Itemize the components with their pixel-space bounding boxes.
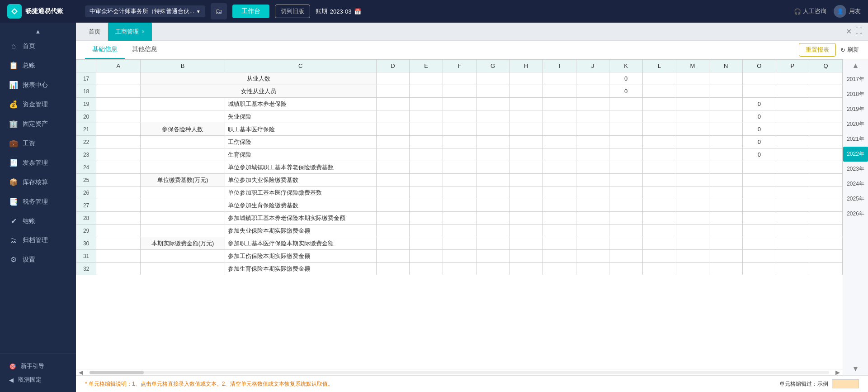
cell-27-A[interactable]: [96, 199, 141, 212]
year-item-2024[interactable]: 2024年: [843, 177, 868, 191]
cell-30-M[interactable]: [676, 237, 709, 250]
cell-17-M[interactable]: [676, 72, 709, 85]
cell-20-M[interactable]: [676, 110, 709, 123]
cell-18-H[interactable]: [509, 85, 543, 98]
cell-25-G[interactable]: [476, 174, 509, 186]
sidebar-item-payroll[interactable]: 💼 工资: [0, 134, 76, 153]
sidebar-scroll-up[interactable]: ▲: [0, 26, 76, 37]
cell-30-Q[interactable]: [809, 237, 843, 250]
cell-31-C[interactable]: 参加工伤保险本期实际缴费金额: [225, 250, 376, 263]
cell-21-J[interactable]: [576, 123, 609, 136]
cell-32-A[interactable]: [96, 263, 141, 275]
cell-19-I[interactable]: [543, 98, 576, 110]
cell-24-A[interactable]: [96, 161, 141, 174]
cell-28-E[interactable]: [410, 212, 443, 225]
cell-32-N[interactable]: [709, 263, 743, 275]
cell-32-H[interactable]: [509, 263, 543, 275]
cell-24-D[interactable]: [376, 161, 410, 174]
cell-29-A[interactable]: [96, 225, 141, 237]
cell-22-A[interactable]: [96, 136, 141, 148]
cell-19-K[interactable]: [609, 98, 643, 110]
cell-18-E[interactable]: [410, 85, 443, 98]
cell-21-E[interactable]: [410, 123, 443, 136]
cell-31-J[interactable]: [576, 250, 609, 263]
workbench-button[interactable]: 工作台: [232, 5, 269, 18]
cell-29-G[interactable]: [476, 225, 509, 237]
cell-21-H[interactable]: [509, 123, 543, 136]
cell-22-P[interactable]: [776, 136, 809, 148]
cell-20-K[interactable]: [609, 110, 643, 123]
refresh-button[interactable]: ↻ 刷新: [840, 46, 859, 54]
switch-version-button[interactable]: 切到旧版: [275, 5, 310, 18]
cell-17-B[interactable]: 从业人数: [141, 72, 376, 85]
cell-27-C[interactable]: 单位参加生育保险缴费基数: [225, 199, 376, 212]
cell-26-K[interactable]: [609, 186, 643, 199]
cell-27-D[interactable]: [376, 199, 410, 212]
cell-21-I[interactable]: [543, 123, 576, 136]
cell-20-J[interactable]: [576, 110, 609, 123]
cell-32-C[interactable]: 参加生育保险本期实际缴费金额: [225, 263, 376, 275]
cell-18-P[interactable]: [776, 85, 809, 98]
cell-29-C[interactable]: 参加失业保险本期实际缴费金额: [225, 225, 376, 237]
cell-32-Q[interactable]: [809, 263, 843, 275]
cell-32-B[interactable]: [141, 263, 225, 275]
cell-27-K[interactable]: [609, 199, 643, 212]
cell-17-Q[interactable]: [809, 72, 843, 85]
cell-29-K[interactable]: [609, 225, 643, 237]
cell-19-D[interactable]: [376, 98, 410, 110]
cell-18-I[interactable]: [543, 85, 576, 98]
cell-30-A[interactable]: [96, 237, 141, 250]
cell-20-A[interactable]: [96, 110, 141, 123]
cell-17-H[interactable]: [509, 72, 543, 85]
cell-30-C[interactable]: 参加职工基本医疗保险本期实际缴费金额: [225, 237, 376, 250]
cell-22-F[interactable]: [443, 136, 476, 148]
sidebar-item-settings[interactable]: ⚙ 设置: [0, 250, 76, 269]
cell-31-H[interactable]: [509, 250, 543, 263]
cell-24-C[interactable]: 单位参加城镇职工基本养老保险缴费基数: [225, 161, 376, 174]
cell-22-B[interactable]: [141, 136, 225, 148]
cell-22-D[interactable]: [376, 136, 410, 148]
sidebar-item-inventory[interactable]: 📦 库存核算: [0, 172, 76, 192]
user-menu[interactable]: 👤 用友: [834, 5, 861, 18]
cell-19-N[interactable]: [709, 98, 743, 110]
sub-tab-other[interactable]: 其他信息: [125, 41, 165, 59]
cell-26-N[interactable]: [709, 186, 743, 199]
sidebar-item-funds[interactable]: 💰 资金管理: [0, 95, 76, 114]
cell-26-D[interactable]: [376, 186, 410, 199]
cell-17-A[interactable]: [96, 72, 141, 85]
cell-23-F[interactable]: [443, 148, 476, 161]
cell-26-M[interactable]: [676, 186, 709, 199]
cell-27-P[interactable]: [776, 199, 809, 212]
cell-24-N[interactable]: [709, 161, 743, 174]
cell-21-N[interactable]: [709, 123, 743, 136]
scroll-left-arrow[interactable]: ◀: [76, 369, 86, 375]
cell-20-C[interactable]: 失业保险: [225, 110, 376, 123]
cell-30-K[interactable]: [609, 237, 643, 250]
cell-29-D[interactable]: [376, 225, 410, 237]
cell-20-G[interactable]: [476, 110, 509, 123]
cell-22-N[interactable]: [709, 136, 743, 148]
cell-26-B[interactable]: [141, 186, 225, 199]
tab-home[interactable]: 首页: [81, 23, 108, 41]
cell-28-C[interactable]: 参加城镇职工基本养老保险本期实际缴费金额: [225, 212, 376, 225]
cell-24-O[interactable]: [742, 161, 776, 174]
sidebar-item-archive[interactable]: 🗂 归档管理: [0, 231, 76, 250]
cell-19-G[interactable]: [476, 98, 509, 110]
cell-31-B[interactable]: [141, 250, 225, 263]
cell-29-B[interactable]: [141, 225, 225, 237]
cell-31-D[interactable]: [376, 250, 410, 263]
sidebar-item-reports[interactable]: 📊 报表中心: [0, 75, 76, 95]
cell-20-L[interactable]: [642, 110, 676, 123]
cell-31-P[interactable]: [776, 250, 809, 263]
cell-27-J[interactable]: [576, 199, 609, 212]
cell-28-B[interactable]: [141, 212, 225, 225]
cell-26-F[interactable]: [443, 186, 476, 199]
cell-18-F[interactable]: [443, 85, 476, 98]
cell-21-L[interactable]: [642, 123, 676, 136]
cell-26-L[interactable]: [642, 186, 676, 199]
cell-23-I[interactable]: [543, 148, 576, 161]
cell-17-N[interactable]: [709, 72, 743, 85]
cell-29-L[interactable]: [642, 225, 676, 237]
cell-27-M[interactable]: [676, 199, 709, 212]
sidebar-item-closing[interactable]: ✔ 结账: [0, 211, 76, 231]
